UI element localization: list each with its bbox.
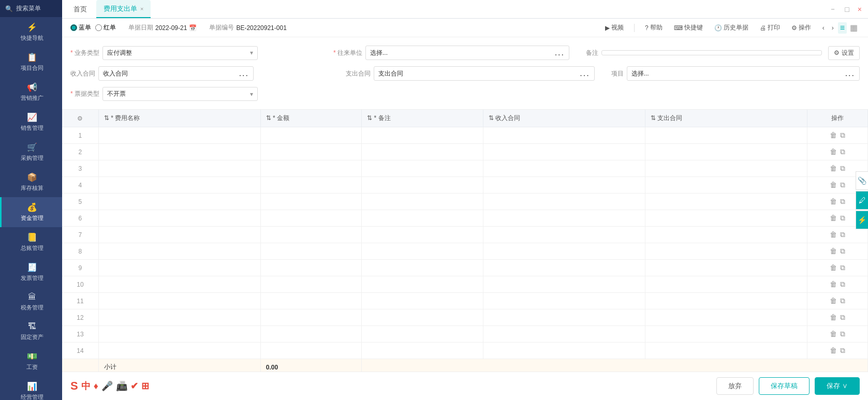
- row-9-copy-icon[interactable]: ⧉: [840, 263, 845, 272]
- note-input[interactable]: [601, 50, 822, 55]
- row-14-expense[interactable]: [645, 343, 807, 359]
- row-3-amount[interactable]: [260, 160, 362, 177]
- row-12-name[interactable]: [98, 309, 260, 326]
- sidebar-item-capital[interactable]: 💰 资金管理: [0, 197, 62, 227]
- print-btn[interactable]: 🖨 打印: [757, 22, 783, 34]
- row-7-income[interactable]: [483, 227, 645, 243]
- blue-radio-label[interactable]: 蓝单: [70, 23, 91, 32]
- row-4-delete-icon[interactable]: 🗑: [830, 181, 837, 189]
- row-7-amount[interactable]: [260, 227, 362, 243]
- row-4-copy-icon[interactable]: ⧉: [840, 181, 845, 189]
- shortcut-btn[interactable]: ⌨ 快捷键: [671, 22, 706, 34]
- row-6-delete-icon[interactable]: 🗑: [830, 214, 837, 223]
- row-14-amount[interactable]: [260, 343, 362, 359]
- row-12-delete-icon[interactable]: 🗑: [830, 313, 837, 322]
- biz-type-select[interactable]: 应付调整 ▾: [102, 46, 258, 60]
- row-9-delete-icon[interactable]: 🗑: [830, 263, 837, 272]
- row-12-note[interactable]: [362, 309, 483, 326]
- list-view-icon[interactable]: ≡: [838, 22, 847, 34]
- row-5-delete-icon[interactable]: 🗑: [830, 197, 837, 206]
- row-1-amount[interactable]: [260, 127, 362, 144]
- row-8-expense[interactable]: [645, 243, 807, 260]
- red-radio[interactable]: [95, 24, 102, 31]
- row-9-name[interactable]: [98, 260, 260, 276]
- row-9-expense[interactable]: [645, 260, 807, 276]
- row-8-note[interactable]: [362, 243, 483, 260]
- nav-next-btn[interactable]: ›: [829, 23, 837, 33]
- row-12-expense[interactable]: [645, 309, 807, 326]
- row-2-amount[interactable]: [260, 144, 362, 160]
- th-income-contract[interactable]: ⇅ 收入合同: [483, 110, 645, 127]
- calendar-icon[interactable]: 📅: [189, 24, 197, 32]
- row-5-copy-icon[interactable]: ⧉: [840, 197, 845, 206]
- row-1-note[interactable]: [362, 127, 483, 144]
- tab-home[interactable]: 首页: [66, 0, 94, 18]
- row-2-delete-icon[interactable]: 🗑: [830, 147, 837, 156]
- row-2-expense[interactable]: [645, 144, 807, 160]
- row-12-income[interactable]: [483, 309, 645, 326]
- sidebar-item-fixed-assets[interactable]: 🏗 固定资产: [0, 317, 62, 346]
- row-11-note[interactable]: [362, 293, 483, 309]
- row-3-copy-icon[interactable]: ⧉: [840, 164, 845, 173]
- row-5-income[interactable]: [483, 194, 645, 210]
- row-11-delete-icon[interactable]: 🗑: [830, 297, 837, 305]
- row-3-expense[interactable]: [645, 160, 807, 177]
- row-14-income[interactable]: [483, 343, 645, 359]
- sidebar-item-quick-nav[interactable]: ⚡ 快捷导航: [0, 17, 62, 47]
- row-9-income[interactable]: [483, 260, 645, 276]
- row-14-name[interactable]: [98, 343, 260, 359]
- row-1-delete-icon[interactable]: 🗑: [830, 131, 837, 140]
- th-amount[interactable]: ⇅ * 金额: [260, 110, 362, 127]
- row-2-name[interactable]: [98, 144, 260, 160]
- sidebar-item-accounting[interactable]: 📒 总账管理: [0, 227, 62, 257]
- row-2-copy-icon[interactable]: ⧉: [840, 147, 845, 156]
- history-btn[interactable]: 🕐 历史单据: [711, 22, 752, 34]
- row-13-copy-icon[interactable]: ⧉: [840, 330, 845, 338]
- row-13-expense[interactable]: [645, 326, 807, 343]
- row-1-expense[interactable]: [645, 127, 807, 144]
- operate-btn[interactable]: ⚙ 操作: [788, 22, 814, 34]
- settings-button[interactable]: ⚙ 设置: [828, 46, 860, 60]
- th-settings[interactable]: ⚙: [62, 110, 98, 127]
- row-6-note[interactable]: [362, 210, 483, 227]
- row-6-expense[interactable]: [645, 210, 807, 227]
- row-14-note[interactable]: [362, 343, 483, 359]
- sidebar-item-payroll[interactable]: 💵 工资: [0, 346, 62, 376]
- row-7-copy-icon[interactable]: ⧉: [840, 230, 845, 239]
- sidebar-item-project-contract[interactable]: 📋 项目合同: [0, 47, 62, 77]
- row-13-amount[interactable]: [260, 326, 362, 343]
- sidebar-item-inventory[interactable]: 📦 库存核算: [0, 167, 62, 197]
- row-1-income[interactable]: [483, 127, 645, 144]
- counterpart-ellipsis[interactable]: ...: [555, 48, 565, 57]
- tab-close-icon[interactable]: ×: [140, 6, 143, 12]
- row-10-income[interactable]: [483, 276, 645, 293]
- row-10-expense[interactable]: [645, 276, 807, 293]
- row-3-name[interactable]: [98, 160, 260, 177]
- grid-view-icon[interactable]: ▦: [848, 22, 860, 34]
- red-radio-label[interactable]: 红单: [95, 23, 116, 32]
- row-8-income[interactable]: [483, 243, 645, 260]
- sidebar-item-sales[interactable]: 📈 销售管理: [0, 107, 62, 137]
- sidebar-item-invoice[interactable]: 🧾 发票管理: [0, 257, 62, 287]
- video-btn[interactable]: ▶ 视频: [602, 22, 627, 34]
- sidebar-search[interactable]: 🔍 搜索菜单: [0, 0, 62, 17]
- float-quick-btn[interactable]: ⚡: [856, 211, 868, 229]
- row-11-name[interactable]: [98, 293, 260, 309]
- th-name[interactable]: ⇅ * 费用名称: [98, 110, 260, 127]
- tab-expense-bill[interactable]: 费用支出单 ×: [96, 0, 151, 18]
- expense-contract-input[interactable]: 支出合同 ...: [374, 66, 594, 81]
- maximize-btn[interactable]: □: [843, 5, 851, 13]
- row-3-delete-icon[interactable]: 🗑: [830, 164, 837, 173]
- row-4-expense[interactable]: [645, 177, 807, 194]
- row-10-amount[interactable]: [260, 276, 362, 293]
- row-7-expense[interactable]: [645, 227, 807, 243]
- discard-button[interactable]: 放弃: [716, 377, 754, 395]
- close-btn[interactable]: ×: [856, 5, 864, 13]
- row-10-copy-icon[interactable]: ⧉: [840, 280, 845, 289]
- row-13-delete-icon[interactable]: 🗑: [830, 330, 837, 338]
- row-4-note[interactable]: [362, 177, 483, 194]
- row-6-name[interactable]: [98, 210, 260, 227]
- float-edit-btn[interactable]: 🖊: [856, 191, 868, 210]
- row-6-income[interactable]: [483, 210, 645, 227]
- row-5-amount[interactable]: [260, 194, 362, 210]
